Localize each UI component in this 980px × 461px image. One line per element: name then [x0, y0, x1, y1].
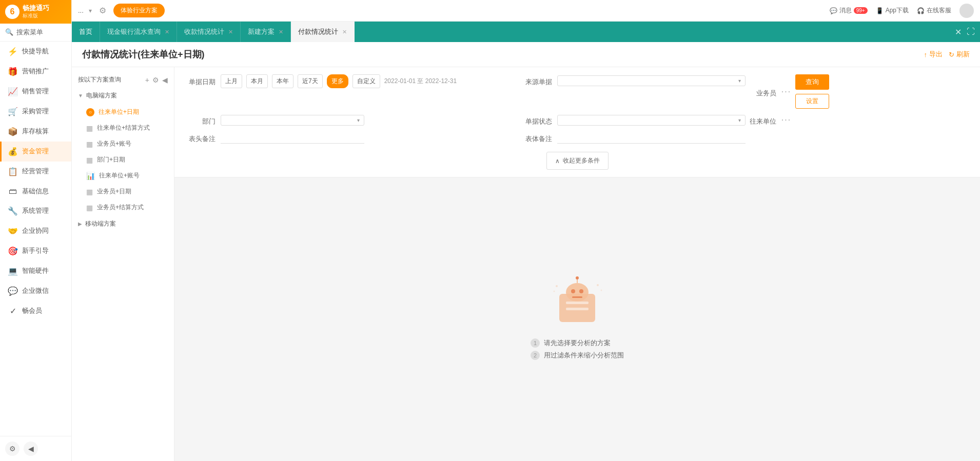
online-service-btn[interactable]: 🎧 在线客服 [917, 6, 951, 15]
settings-button[interactable]: 设置 [795, 94, 829, 109]
trial-btn[interactable]: 体验行业方案 [113, 4, 165, 17]
message-btn[interactable]: 💬 消息 99+ [830, 6, 868, 15]
header-note-input[interactable] [221, 132, 364, 144]
scheme-group-desktop: ▼ 电脑端方案 ○ 往来单位+日期 ▦ 往来单位+结算方式 ▦ 业务员+账号 [72, 87, 174, 215]
date-btn-custom[interactable]: 自定义 [352, 74, 380, 88]
tab-new[interactable]: 新建方案 ✕ [241, 22, 291, 42]
staff-select-dots[interactable]: ··· [781, 87, 791, 96]
sidebar-item-label: 营销推广 [22, 67, 49, 76]
app-version: 标准版 [23, 12, 49, 19]
scheme-settings-icon[interactable]: ⚙ [152, 76, 159, 84]
sidebar-item-operation[interactable]: 📋 经营管理 [0, 162, 71, 182]
tab-payment-close[interactable]: ✕ [342, 29, 347, 35]
staff-label: 业务员 [746, 86, 781, 98]
sidebar-item-system[interactable]: 🔧 系统管理 [0, 201, 71, 221]
svg-point-3 [579, 289, 583, 293]
tab-home[interactable]: 首页 [72, 22, 100, 42]
scheme-add-icon[interactable]: + [145, 76, 149, 84]
scheme-item-partner-date[interactable]: ○ 往来单位+日期 [72, 104, 174, 120]
scheme-item-partner-account[interactable]: 📊 往来单位+账号 [72, 168, 174, 184]
refresh-btn[interactable]: ↻ 刷新 [949, 50, 970, 59]
scheme-item-staff-settle[interactable]: ▦ 业务员+结算方式 [72, 199, 174, 215]
tab-cashflow[interactable]: 现金银行流水查询 ✕ [100, 22, 177, 42]
source-select[interactable]: ▾ [557, 75, 746, 86]
guide-icon: 🎯 [8, 246, 18, 256]
scheme-group-label: 移动端方案 [85, 219, 116, 228]
export-icon: ↑ [924, 51, 928, 58]
hint-num-1: 1 [531, 338, 540, 348]
header-note-label: 表头备注 [185, 131, 221, 144]
sidebar-item-inventory[interactable]: 📦 库存核算 [0, 122, 71, 142]
app-logo: 6 [5, 5, 19, 19]
inventory-icon: 📦 [8, 127, 18, 136]
user-avatar[interactable] [959, 4, 974, 18]
empty-hint-2: 2 用过滤条件来缩小分析范围 [531, 351, 624, 360]
scheme-group-mobile-header[interactable]: ▶ 移动端方案 [72, 215, 174, 232]
scheme-panel-icons: + ⚙ ◀ [145, 76, 168, 84]
empty-text: 1 请先选择要分析的方案 2 用过滤条件来缩小分析范围 [531, 338, 624, 363]
wechat-icon: 💬 [8, 286, 18, 296]
voucher-status-label: 单据状态 [521, 114, 557, 126]
tab-cashflow-label: 现金银行流水查询 [107, 27, 161, 36]
scheme-item-icon: ▦ [86, 156, 93, 164]
tab-receipt-label: 收款情况统计 [184, 27, 224, 36]
scheme-item-staff-account[interactable]: ▦ 业务员+账号 [72, 136, 174, 152]
tab-receipt-close[interactable]: ✕ [228, 29, 233, 35]
svg-point-9 [556, 285, 558, 287]
sidebar-item-sales[interactable]: 📈 销售管理 [0, 82, 71, 102]
voucher-status-select[interactable]: ▾ [557, 115, 746, 126]
sidebar-item-basic[interactable]: 🗃 基础信息 [0, 182, 71, 201]
scheme-item-partner-settle[interactable]: ▦ 往来单位+结算方式 [72, 120, 174, 136]
partner-label: 往来单位 [746, 114, 781, 126]
tab-cashflow-close[interactable]: ✕ [165, 29, 169, 35]
collapse-more-btn[interactable]: ∧ 收起更多条件 [546, 152, 609, 170]
topbar-dropdown-arrow[interactable]: ▾ [89, 7, 92, 14]
sidebar-item-finance[interactable]: 💰 资金管理 [0, 142, 71, 162]
scheme-item-dept-date[interactable]: ▦ 部门+日期 [72, 152, 174, 168]
scheme-panel-title: 按以下方案查询 [78, 75, 121, 84]
date-btn-this-month[interactable]: 本月 [246, 74, 268, 88]
topbar: ... ▾ ⚙ 体验行业方案 💬 消息 99+ 📱 App下载 🎧 在线客服 [72, 0, 980, 22]
sidebar-item-hardware[interactable]: 💻 智能硬件 [0, 261, 71, 281]
sidebar-item-wechat[interactable]: 💬 企业微信 [0, 281, 71, 301]
sidebar-item-quicknav[interactable]: ⚡ 快捷导航 [0, 42, 71, 62]
sidebar-item-enterprise[interactable]: 🤝 企业协同 [0, 221, 71, 241]
date-btn-this-year[interactable]: 本年 [272, 74, 293, 88]
hint-num-2: 2 [531, 351, 540, 360]
app-download-btn[interactable]: 📱 App下载 [876, 6, 909, 15]
scheme-item-staff-date[interactable]: ▦ 业务员+日期 [72, 184, 174, 199]
sidebar-settings-btn[interactable]: ⚙ [5, 442, 19, 456]
scheme-collapse-icon[interactable]: ◀ [162, 76, 168, 84]
topbar-settings-icon[interactable]: ⚙ [97, 4, 108, 17]
sidebar-item-marketing[interactable]: 🎁 营销推广 [0, 62, 71, 82]
date-btn-last-month[interactable]: 上月 [221, 74, 242, 88]
body-note-input[interactable] [557, 132, 746, 144]
date-btn-more[interactable]: 更多 [327, 74, 348, 88]
export-btn[interactable]: ↑ 导出 [924, 50, 943, 59]
scheme-panel-header: 按以下方案查询 + ⚙ ◀ [72, 72, 174, 87]
sidebar-item-member[interactable]: ✓ 畅会员 [0, 301, 71, 321]
sidebar-item-purchase[interactable]: 🛒 采购管理 [0, 102, 71, 122]
sidebar-item-guide[interactable]: 🎯 新手引导 [0, 241, 71, 261]
date-filter-content: 上月 本月 本年 近7天 更多 自定义 2022-01-01 至 2022-12… [221, 74, 521, 88]
partner-select-dots[interactable]: ··· [781, 115, 791, 125]
empty-hint-1: 1 请先选择要分析的方案 [531, 338, 624, 348]
sidebar-item-label: 畅会员 [22, 306, 42, 315]
marketing-icon: 🎁 [8, 67, 18, 76]
scheme-group-desktop-header[interactable]: ▼ 电脑端方案 [72, 87, 174, 104]
hardware-icon: 💻 [8, 266, 18, 276]
sidebar-collapse-btn[interactable]: ◀ [24, 442, 38, 456]
tab-payment[interactable]: 付款情况统计 ✕ [291, 22, 355, 42]
data-area: 1 请先选择要分析的方案 2 用过滤条件来缩小分析范围 [174, 177, 980, 461]
scheme-item-icon: ▦ [86, 204, 93, 212]
tabbar-close-btn[interactable]: ✕ [955, 27, 962, 37]
dept-select[interactable]: ▾ [221, 115, 364, 126]
search-menu[interactable]: 🔍 搜索菜单 [0, 24, 71, 42]
query-button[interactable]: 查询 [795, 74, 829, 90]
tab-receipt[interactable]: 收款情况统计 ✕ [177, 22, 241, 42]
date-btn-7days[interactable]: 近7天 [298, 74, 323, 88]
tabbar-expand-btn[interactable]: ⛶ [967, 27, 975, 36]
sidebar-item-label: 基础信息 [22, 187, 49, 196]
tab-new-close[interactable]: ✕ [279, 29, 283, 35]
scheme-item-label: 业务员+日期 [97, 187, 131, 196]
